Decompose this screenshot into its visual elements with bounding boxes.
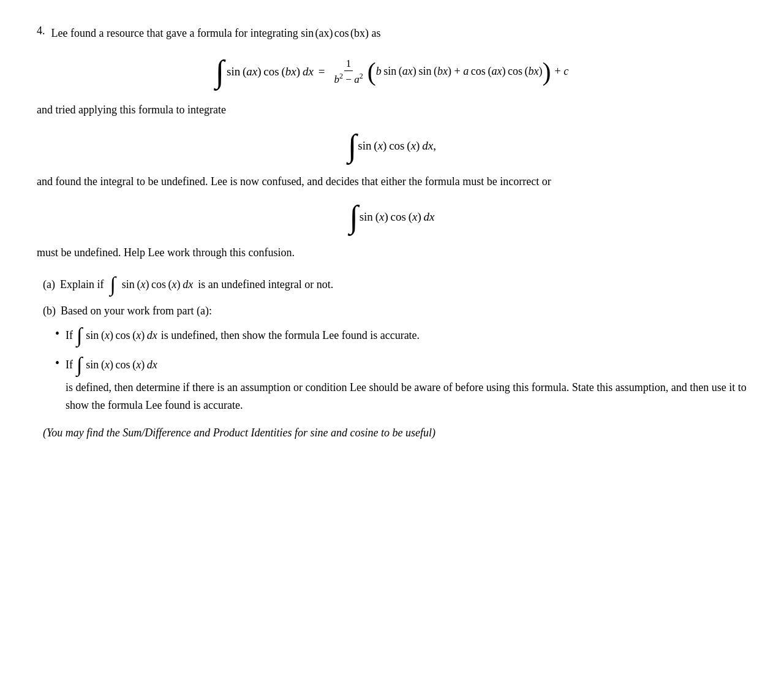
problem-header: 4. Lee found a resource that gave a form… (37, 25, 747, 42)
big-paren-right: ) (543, 59, 551, 85)
bullet-2-integrand: sin (x) cos (x) dx (86, 356, 157, 374)
part-b-container: (b) Based on your work from part (a): • … (43, 305, 747, 414)
big-paren-left: ( (368, 59, 376, 85)
bullet-2: • If ∫ sin (x) cos (x) dx is defined, th… (55, 354, 747, 414)
integral-symbol-2: ∫ (348, 130, 356, 162)
found-undefined-text: and found the integral to be undefined. … (37, 173, 747, 191)
sincos-expr: sin (x) cos (x) dx, (358, 139, 436, 153)
formula-integrand: sin (ax) cos (bx) dx (227, 65, 314, 78)
bullet-dot-1: • (55, 325, 59, 342)
bullet-dot-2: • (55, 354, 59, 371)
problem-intro: Lee found a resource that gave a formula… (51, 25, 381, 42)
part-a-container: (a) Explain if ∫ sin (x) cos (x) dx is a… (43, 274, 747, 295)
part-a-rest: is an undefined integral or not. (198, 276, 333, 294)
part-a-label: (a) (43, 276, 55, 294)
formula-rhs: b sin (ax) sin (bx) + a cos (ax) cos (bx… (376, 65, 543, 78)
integral-symbol-3: ∫ (349, 201, 358, 233)
part-a-integrand: sin (x) cos (x) dx (122, 276, 193, 294)
part-a-explain: Explain if (60, 276, 104, 294)
part-b-label: (b) (43, 305, 56, 317)
equals-sign: = (318, 65, 325, 78)
integral-symbol-b1: ∫ (77, 325, 82, 346)
bullet-2-if: If (66, 356, 73, 374)
and-tried-text: and tried applying this formula to integ… (37, 101, 747, 119)
bullet-1-if: If (66, 327, 73, 344)
bullet-1-content: If ∫ sin (x) cos (x) dx is undefined, th… (66, 325, 747, 346)
integral-symbol-main: ∫ (216, 56, 224, 88)
must-be-text: must be undefined. Help Lee work through… (37, 244, 747, 262)
main-formula: ∫ sin (ax) cos (bx) dx = 1 b2 − a2 ( b s… (37, 56, 747, 88)
integral-sincos-formula: ∫ sin (x) cos (x) dx, (37, 130, 747, 162)
sincos-expr-2: sin (x) cos (x) dx (360, 210, 435, 224)
problem-number: 4. (37, 25, 45, 37)
bullet-1-integrand: sin (x) cos (x) dx (86, 327, 157, 344)
italic-note: (You may find the Sum/Difference and Pro… (43, 424, 747, 442)
part-b-text: Based on your work from part (a): (61, 305, 212, 317)
bullet-2-rest: is defined, then determine if there is a… (66, 379, 747, 414)
integral-symbol-part-a: ∫ (110, 274, 115, 295)
part-b-header: (b) Based on your work from part (a): (43, 305, 747, 317)
integral-sincos-formula-2: ∫ sin (x) cos (x) dx (37, 201, 747, 233)
fraction-1-over-b2-a2: 1 b2 − a2 (333, 58, 365, 86)
bullet-2-content: If ∫ sin (x) cos (x) dx is defined, then… (66, 354, 747, 414)
integral-symbol-b2: ∫ (77, 354, 82, 375)
problem-container: 4. Lee found a resource that gave a form… (37, 25, 747, 442)
bullet-1: • If ∫ sin (x) cos (x) dx is undefined, … (55, 325, 747, 346)
plus-c: + c (555, 65, 569, 78)
bullet-1-rest: is undefined, then show the formula Lee … (161, 327, 420, 344)
